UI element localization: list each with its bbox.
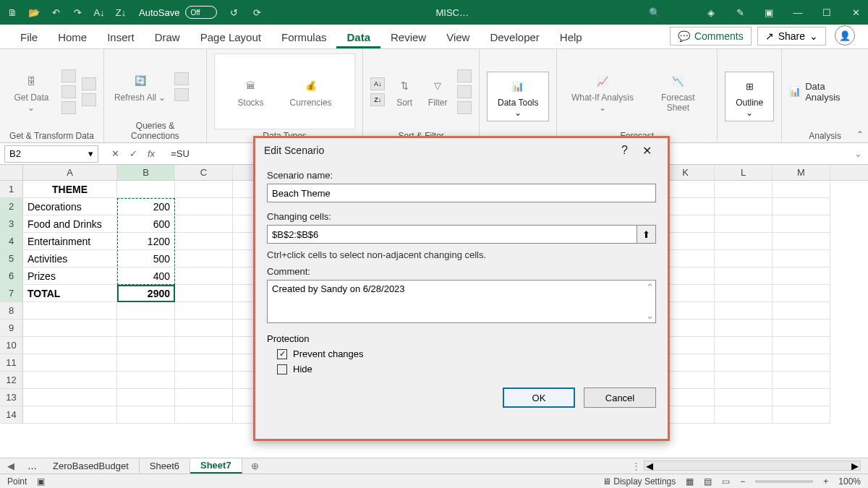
cell[interactable] (175, 198, 233, 215)
scroll-up-icon[interactable]: ⌃ (646, 282, 654, 293)
cell[interactable] (773, 337, 830, 354)
cell[interactable] (715, 250, 773, 267)
maximize-icon[interactable]: ☐ (820, 6, 833, 19)
search-icon[interactable]: 🔍 (648, 6, 661, 19)
zoom-slider[interactable] (755, 480, 813, 483)
cell[interactable] (175, 406, 233, 424)
tab-data[interactable]: Data (336, 26, 380, 48)
cell[interactable] (773, 181, 830, 198)
scroll-split-icon[interactable]: ⋮ (631, 461, 641, 471)
from-text-icon[interactable] (61, 69, 76, 82)
cell[interactable] (175, 372, 233, 389)
user-avatar[interactable]: 👤 (835, 25, 855, 46)
fx-icon[interactable]: fx (148, 148, 155, 159)
cancel-formula-icon[interactable]: ✕ (111, 148, 119, 159)
diamond-icon[interactable]: ◈ (705, 6, 718, 19)
cell[interactable] (773, 406, 830, 424)
cell[interactable]: 2900 (117, 285, 175, 302)
row-header[interactable]: 3 (0, 215, 23, 233)
view-normal-icon[interactable]: ▦ (686, 476, 694, 487)
window-fit-icon[interactable]: ▣ (762, 6, 775, 19)
redo-icon[interactable]: ↷ (71, 6, 84, 19)
sheet-nav-prev-icon[interactable]: ◀ (0, 461, 22, 471)
name-box[interactable]: B2 ▾ (4, 145, 98, 163)
refresh-all-button[interactable]: 🔄 Refresh All ⌄ (111, 69, 169, 104)
row-header[interactable]: 7 (0, 285, 23, 302)
tab-help[interactable]: Help (550, 26, 592, 48)
sheet-overflow-icon[interactable]: … (22, 461, 43, 471)
view-page-layout-icon[interactable]: ▤ (704, 476, 712, 487)
cell[interactable] (715, 372, 773, 389)
folder-open-icon[interactable]: 📂 (27, 6, 41, 19)
cell[interactable] (175, 233, 233, 250)
tab-page-layout[interactable]: Page Layout (190, 26, 271, 48)
sort-az-icon[interactable]: A↓ (370, 77, 385, 90)
zoom-in-icon[interactable]: + (823, 476, 828, 487)
cell[interactable] (715, 406, 773, 424)
tab-file[interactable]: File (10, 26, 48, 48)
tab-view[interactable]: View (436, 26, 480, 48)
tab-developer[interactable]: Developer (480, 26, 549, 48)
cell[interactable] (117, 320, 175, 337)
cell[interactable] (773, 198, 830, 215)
cell[interactable]: 200 (117, 198, 175, 215)
ribbon-collapse-icon[interactable]: ⌃ (856, 129, 864, 140)
row-header[interactable]: 4 (0, 233, 23, 250)
select-all-corner[interactable] (0, 165, 23, 180)
sort-button[interactable]: ⇅ Sort (391, 74, 418, 109)
recent-sources-icon[interactable] (82, 77, 96, 90)
data-analysis-button[interactable]: 📊 Data Analysis (789, 81, 861, 103)
tab-insert[interactable]: Insert (97, 26, 145, 48)
col-header-l[interactable]: L (715, 165, 773, 180)
cell[interactable] (23, 372, 117, 389)
cell[interactable] (773, 267, 830, 285)
cell[interactable] (773, 354, 830, 372)
cell[interactable] (773, 372, 830, 389)
cell[interactable]: 500 (117, 250, 175, 267)
save-icon[interactable]: 🗎 (6, 6, 19, 19)
hide-checkbox[interactable]: Hide (277, 364, 656, 374)
tab-review[interactable]: Review (380, 26, 436, 48)
row-header[interactable]: 13 (0, 389, 23, 406)
currencies-button[interactable]: 💰 Currencies (287, 74, 335, 109)
cell[interactable]: 400 (117, 267, 175, 285)
cell[interactable]: TOTAL (23, 285, 117, 302)
cell[interactable] (773, 250, 830, 267)
col-header-m[interactable]: M (773, 165, 830, 180)
cell[interactable] (175, 354, 233, 372)
cell[interactable] (175, 215, 233, 233)
cell[interactable] (773, 215, 830, 233)
sort-desc-icon[interactable]: Z↓ (114, 6, 127, 19)
row-header[interactable]: 11 (0, 354, 23, 372)
forecast-sheet-button[interactable]: 📉 Forecast Sheet (647, 69, 710, 114)
zoom-out-icon[interactable]: − (740, 476, 745, 487)
sheet-tab-sheet6[interactable]: Sheet6 (140, 459, 190, 473)
cell[interactable] (117, 406, 175, 424)
sheet-tab-sheet7[interactable]: Sheet7 (190, 458, 242, 474)
queries-props-icon[interactable] (174, 72, 189, 85)
col-header-c[interactable]: C (175, 165, 233, 180)
cell[interactable] (715, 354, 773, 372)
dialog-help-icon[interactable]: ? (614, 144, 635, 157)
cell[interactable] (715, 320, 773, 337)
cell[interactable] (715, 337, 773, 354)
undo-icon[interactable]: ↶ (49, 6, 62, 19)
cell[interactable] (23, 406, 117, 424)
cell[interactable] (117, 302, 175, 320)
row-header[interactable]: 2 (0, 198, 23, 215)
formula-expand-icon[interactable]: ⌄ (848, 148, 868, 159)
cell[interactable] (773, 285, 830, 302)
cell[interactable]: Decorations (23, 198, 117, 215)
row-header[interactable]: 6 (0, 267, 23, 285)
accept-formula-icon[interactable]: ✓ (129, 148, 137, 159)
filter-button[interactable]: ▽ Filter (424, 74, 451, 109)
tab-draw[interactable]: Draw (145, 26, 190, 48)
cell[interactable] (175, 267, 233, 285)
get-data-button[interactable]: 🗄 Get Data ⌄ (7, 69, 56, 114)
cell[interactable] (715, 215, 773, 233)
cell[interactable] (715, 285, 773, 302)
changing-cells-input[interactable] (267, 225, 637, 244)
cell[interactable] (117, 372, 175, 389)
cell[interactable] (773, 233, 830, 250)
stocks-button[interactable]: 🏛 Stocks (235, 74, 267, 109)
